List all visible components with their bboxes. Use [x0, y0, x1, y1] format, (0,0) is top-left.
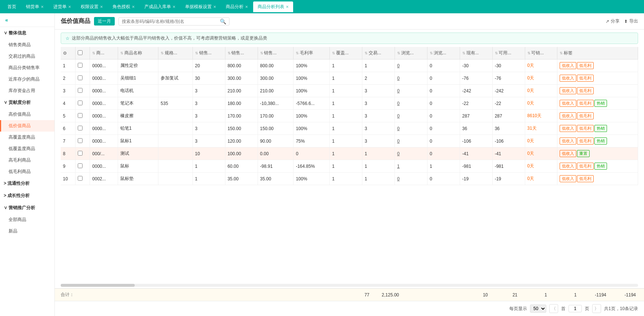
col-header-grossRate[interactable]: 毛利率	[294, 47, 330, 60]
row-checkbox[interactable]	[75, 147, 90, 160]
sidebar-item-新品[interactable]: 新品	[0, 225, 54, 237]
nav-item-单据模板设置[interactable]: 单据模板设置✕	[181, 1, 221, 12]
nav-item-商品分析列表[interactable]: 商品分析列表✕	[253, 1, 293, 12]
col-header-browse2[interactable]: 浏览...	[427, 47, 460, 60]
browse-link[interactable]: 0	[397, 88, 400, 94]
row-checkbox[interactable]	[78, 63, 83, 68]
col-header-salesQty[interactable]: 销售...	[192, 47, 225, 60]
col-header-salesAmt2[interactable]: 销售...	[258, 47, 294, 60]
product-tags: 低收入低毛利热销	[557, 97, 638, 110]
nav-item-销货单[interactable]: 销货单✕	[21, 1, 48, 12]
per-page-select[interactable]: 50	[530, 305, 546, 313]
browse-link[interactable]: 0	[397, 126, 400, 131]
horizontal-scrollbar[interactable]	[61, 284, 638, 287]
browse2: 1	[427, 160, 460, 173]
row-checkbox[interactable]	[78, 176, 83, 181]
nav-item-首页[interactable]: 首页	[3, 1, 21, 12]
nav-item-商品分析[interactable]: 商品分析✕	[221, 1, 252, 12]
current-stock: -106	[460, 135, 492, 147]
col-header-browse1[interactable]: 浏览...	[395, 47, 427, 60]
sidebar-group-∨ 贡献度分析[interactable]: ∨ 贡献度分析	[0, 96, 54, 109]
nav-close-icon[interactable]: ✕	[286, 5, 289, 9]
sidebar-group-> 成长性分析[interactable]: > 成长性分析	[0, 190, 54, 202]
browse-link[interactable]: 0	[397, 76, 400, 81]
collapse-btn[interactable]: «	[4, 16, 10, 24]
trade: 3	[362, 110, 395, 122]
row-checkbox[interactable]	[78, 101, 83, 105]
row-checkbox[interactable]	[75, 110, 90, 122]
nav-close-icon[interactable]: ✕	[245, 5, 248, 9]
sales-amt2: 210.00	[258, 85, 294, 97]
col-header-usable[interactable]: 可用...	[492, 47, 525, 60]
row-checkbox[interactable]	[75, 85, 90, 97]
date-filter-btn[interactable]: 近一月	[94, 17, 115, 26]
sidebar-item-商品分类销售率[interactable]: 商品分类销售率	[0, 62, 54, 74]
row-checkbox[interactable]	[75, 135, 90, 147]
sidebar-item-库存资金占用[interactable]: 库存资金占用	[0, 85, 54, 96]
nav-close-icon[interactable]: ✕	[41, 5, 44, 9]
col-header-coverage[interactable]: 覆盖...	[330, 47, 362, 60]
sidebar-item-销售类商品[interactable]: 销售类商品	[0, 39, 54, 51]
share-btn[interactable]: ↗ 分享	[606, 18, 620, 24]
col-header-saleable[interactable]: 可销...	[525, 47, 557, 60]
row-checkbox[interactable]	[78, 138, 83, 143]
nav-close-icon[interactable]: ✕	[100, 5, 103, 9]
sidebar-item-近库存少的商品[interactable]: 近库存少的商品	[0, 74, 54, 85]
row-checkbox[interactable]	[78, 163, 83, 168]
row-checkbox[interactable]	[78, 88, 83, 93]
sidebar-item-交易过的商品[interactable]: 交易过的商品	[0, 51, 54, 62]
page-number-input[interactable]	[568, 305, 582, 312]
col-header-tags[interactable]: 标签	[557, 47, 638, 60]
nav-close-icon[interactable]: ✕	[132, 5, 135, 9]
search-input[interactable]	[122, 19, 218, 24]
nav-item-进货单[interactable]: 进货单✕	[49, 1, 76, 12]
row-checkbox[interactable]	[78, 113, 83, 118]
col-header-spec[interactable]: 规格...	[158, 47, 193, 60]
row-checkbox[interactable]	[75, 160, 90, 173]
nav-close-icon[interactable]: ✕	[172, 5, 175, 9]
sidebar-group-∨ 整体信息[interactable]: ∨ 整体信息	[0, 27, 54, 39]
row-checkbox[interactable]	[75, 72, 90, 85]
col-header-salesAmt[interactable]: 销售...	[225, 47, 258, 60]
sidebar-item-低价值商品[interactable]: 低价值商品	[0, 120, 54, 132]
nav-item-产成品入库单[interactable]: 产成品入库单✕	[140, 1, 180, 12]
export-btn[interactable]: ⬆ 导出	[624, 18, 638, 24]
row-checkbox[interactable]	[75, 122, 90, 135]
sidebar-item-低覆盖度商品[interactable]: 低覆盖度商品	[0, 143, 54, 154]
col-header-name[interactable]: 商品名称	[118, 47, 158, 60]
col-header-trade[interactable]: 交易...	[362, 47, 395, 60]
col-header-current[interactable]: 现有...	[460, 47, 492, 60]
sidebar-item-高毛利商品[interactable]: 高毛利商品	[0, 154, 54, 166]
row-checkbox[interactable]	[75, 173, 90, 185]
gear-icon[interactable]: ⚙	[63, 51, 67, 56]
row-checkbox[interactable]	[78, 151, 83, 156]
sidebar-item-低毛利商品[interactable]: 低毛利商品	[0, 166, 54, 177]
sidebar-item-高价值商品[interactable]: 高价值商品	[0, 109, 54, 120]
row-checkbox[interactable]	[75, 97, 90, 110]
nav-close-icon[interactable]: ✕	[213, 5, 216, 9]
browse-link[interactable]: 1	[397, 164, 400, 169]
sidebar-group-∨ 营销推广分析[interactable]: ∨ 营销推广分析	[0, 202, 54, 214]
row-checkbox[interactable]	[75, 60, 90, 72]
nav-item-角色授权[interactable]: 角色授权✕	[108, 1, 139, 12]
footer-browse2: 1	[549, 292, 579, 298]
table-container[interactable]: ⚙商...商品名称规格...销售...销售...销售...毛利率覆盖...交易.…	[55, 47, 644, 284]
row-checkbox[interactable]	[78, 75, 83, 80]
sidebar-group-> 流通性分析[interactable]: > 流通性分析	[0, 177, 54, 190]
browse-link[interactable]: 0	[397, 176, 400, 181]
search-icon[interactable]: 🔍	[220, 18, 226, 24]
browse-link[interactable]: 0	[397, 101, 400, 106]
browse-link[interactable]: 0	[397, 151, 400, 156]
prev-page-btn[interactable]: 〈	[549, 304, 558, 313]
sidebar-item-高覆盖度商品[interactable]: 高覆盖度商品	[0, 132, 54, 143]
next-page-btn[interactable]: 〉	[592, 304, 601, 313]
select-all-checkbox[interactable]	[78, 50, 83, 55]
nav-item-权限设置[interactable]: 权限设置✕	[76, 1, 107, 12]
sidebar-item-全部商品[interactable]: 全部商品	[0, 214, 54, 225]
col-header-code[interactable]: 商...	[90, 47, 118, 60]
row-checkbox[interactable]	[78, 126, 83, 130]
browse-link[interactable]: 0	[397, 139, 400, 144]
browse-link[interactable]: 0	[397, 63, 400, 68]
nav-close-icon[interactable]: ✕	[68, 5, 71, 9]
browse-link[interactable]: 0	[397, 113, 400, 119]
